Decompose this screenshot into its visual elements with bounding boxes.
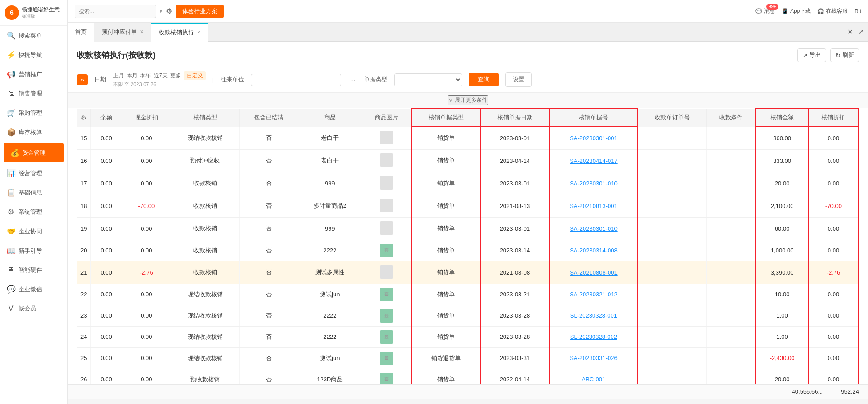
expand-more-label: 展开更多条件 (455, 97, 487, 103)
sidebar-item-1[interactable]: ⚡ 快捷导航 (0, 45, 67, 65)
settings-icon[interactable]: ⚙ (166, 7, 172, 15)
cell-amount: 10.00 (756, 284, 808, 305)
last-month-option[interactable]: 上月 (113, 72, 124, 80)
from-unit-input[interactable] (251, 74, 341, 86)
filter-expand-button[interactable]: » (77, 74, 88, 85)
product-image: 🖼 (380, 244, 393, 257)
sidebar-item-11[interactable]: 📖 新手引导 (0, 241, 67, 261)
maximize-button[interactable]: ⤢ (858, 28, 863, 36)
cell-cash-discount: 0.00 (122, 284, 171, 305)
custom-date-option[interactable]: 自定义 (184, 71, 206, 80)
sidebar-item-0[interactable]: 🔍 搜索菜单 (0, 26, 67, 45)
bill-no-link[interactable]: ABC-001 (582, 376, 606, 383)
bill-no-link[interactable]: SA-20230414-017 (570, 157, 618, 164)
cell-amount: 333.00 (756, 149, 808, 172)
horizontal-scrollbar[interactable] (68, 399, 868, 404)
sidebar-logo: 6 畅捷通谐好生意 标准版 (0, 0, 67, 26)
cell-bill-no: SA-20230301-010 (549, 172, 638, 195)
sidebar-label-13: 企业微信 (19, 285, 42, 294)
cell-id: 25 (77, 347, 91, 369)
tab-prepayment[interactable]: 预付冲应付单 ✕ (94, 23, 151, 42)
cell-cash-discount: 0.00 (122, 217, 171, 240)
sidebar-item-2[interactable]: 📢 营销推广 (0, 65, 67, 84)
cell-payment-cond (706, 195, 756, 217)
online-service-item[interactable]: 🎧 在线客服 (817, 7, 848, 15)
sidebar-item-4[interactable]: 🛒 采购管理 (0, 103, 67, 123)
cell-settled: 否 (239, 305, 298, 326)
sidebar-item-10[interactable]: 🤝 企业协同 (0, 222, 67, 241)
sidebar-item-8[interactable]: 📋 基础信息 (0, 183, 67, 202)
tab-home[interactable]: 首页 (68, 23, 94, 42)
bill-no-link[interactable]: SA-20230301-001 (570, 135, 618, 142)
col-bill-type: 核销单据类型 (412, 109, 481, 127)
cell-type: 收款核销 (171, 217, 240, 240)
export-label: 导出 (809, 51, 821, 59)
expand-more-button[interactable]: ∨ 展开更多条件 (448, 95, 488, 105)
date-filter-group: 上月 本月 本年 近7天 更多 自定义 不限 至 2023-07-26 (113, 71, 206, 88)
sidebar-item-5[interactable]: 📦 库存核算 (0, 123, 67, 142)
cell-cash-discount: 0.00 (122, 305, 171, 326)
bill-no-link[interactable]: SL-20230328-001 (570, 312, 617, 319)
this-month-option[interactable]: 本月 (127, 72, 137, 80)
cell-id: 23 (77, 305, 91, 326)
cell-bill-type: 销货单 (412, 326, 481, 347)
table-row: 19 0.00 0.00 收款核销 否 999 销货单 2023-03-01 S… (77, 217, 859, 240)
column-settings-icon[interactable]: ⚙ (81, 114, 87, 121)
cell-payment-cond (706, 149, 756, 172)
tab-writeoff[interactable]: 收款核销执行 ✕ (151, 23, 208, 42)
bill-no-link[interactable]: SA-20230301-010 (570, 180, 618, 187)
bill-no-link[interactable]: SA-20230314-008 (570, 247, 618, 254)
sidebar-item-6[interactable]: 💰 资金管理 (4, 143, 64, 162)
table-row: 25 0.00 0.00 现结收款核销 否 测试jun 🖼 销货退货单 2023… (77, 347, 859, 369)
cell-balance: 0.00 (91, 149, 122, 172)
sidebar-item-7[interactable]: 📊 经营管理 (0, 163, 67, 183)
sidebar-item-12[interactable]: 🖥 智能硬件 (0, 261, 67, 280)
sidebar-icon-10: 🤝 (7, 227, 15, 236)
sidebar-item-14[interactable]: V 畅会员 (0, 299, 67, 318)
sidebar-label-11: 新手引导 (19, 247, 42, 255)
this-year-option[interactable]: 本年 (140, 72, 151, 80)
sidebar-item-3[interactable]: 🛍 销售管理 (0, 84, 67, 103)
sidebar-icon-1: ⚡ (7, 51, 15, 59)
export-button[interactable]: ↗ 导出 (797, 48, 826, 62)
prepayment-tab-close-icon[interactable]: ✕ (140, 29, 144, 35)
bill-no-link[interactable]: SA-20210808-001 (570, 269, 618, 276)
last-7-days-option[interactable]: 近7天 (154, 72, 168, 80)
company-name: 畅捷通谐好生意 (22, 6, 60, 14)
sidebar-item-9[interactable]: ⚙ 系统管理 (0, 202, 67, 222)
sidebar-label-10: 企业协同 (19, 228, 42, 236)
tab-bar: 首页 预付冲应付单 ✕ 收款核销执行 ✕ ✕ ⤢ (68, 23, 868, 42)
industry-solution-button[interactable]: 体验行业方案 (176, 5, 224, 18)
search-button[interactable]: 查询 (469, 73, 499, 86)
settings-button[interactable]: 设置 (505, 72, 532, 87)
cell-type: 收款核销 (171, 195, 240, 217)
app-download-label: App下载 (790, 7, 811, 15)
cell-bill-date: 2021-08-13 (481, 195, 549, 217)
cell-order-no (638, 240, 706, 261)
cell-cash-discount: 0.00 (122, 240, 171, 261)
cell-order-no (638, 172, 706, 195)
cell-product: 测试多属性 (298, 261, 362, 284)
cell-amount: 3,390.00 (756, 261, 808, 284)
date-range-display: 不限 至 2023-07-26 (113, 81, 156, 88)
bill-no-link[interactable]: SA-20210813-001 (570, 203, 618, 209)
topbar: ▾ ⚙ 体验行业方案 💬 消息 99+ 📱 App下载 🎧 在线客服 Rit (68, 0, 868, 23)
bill-no-link[interactable]: SA-20230321-012 (570, 291, 618, 298)
more-date-option[interactable]: 更多 (170, 72, 181, 80)
sidebar-item-13[interactable]: 💬 企业微信 (0, 280, 67, 299)
bill-no-link[interactable]: SA-20230331-026 (570, 355, 618, 361)
search-input[interactable] (75, 5, 156, 18)
from-unit-label: 往来单位 (221, 76, 244, 84)
bill-type-select[interactable] (394, 73, 462, 86)
refresh-button[interactable]: ↻ 刷新 (830, 48, 859, 62)
sidebar-icon-6: 💰 (10, 148, 19, 157)
bill-no-link[interactable]: SL-20230328-002 (570, 333, 617, 340)
writeoff-tab-close-icon[interactable]: ✕ (197, 29, 201, 35)
close-tab-button[interactable]: ✕ (847, 28, 853, 36)
app-download-item[interactable]: 📱 App下载 (782, 7, 811, 15)
bill-no-link[interactable]: SA-20230301-010 (570, 225, 618, 232)
cell-product-img: 🖼 (362, 240, 411, 261)
message-item[interactable]: 💬 消息 99+ (755, 7, 775, 15)
sidebar-icon-13: 💬 (7, 285, 15, 294)
dropdown-arrow-icon[interactable]: ▾ (160, 8, 162, 14)
